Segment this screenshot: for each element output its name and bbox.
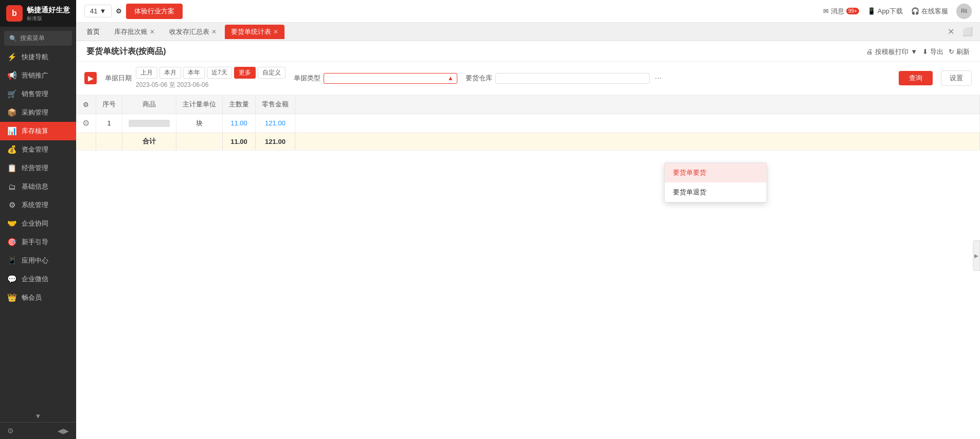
col-goods: 商品 [122, 95, 176, 114]
dropdown-item-order-return[interactable]: 要货单退货 [665, 182, 767, 202]
tab-home[interactable]: 首页 [80, 25, 106, 39]
warehouse-input[interactable] [499, 75, 646, 82]
more-dates-btn[interactable]: 更多 [234, 67, 256, 79]
tab-receive-summary[interactable]: 收发存汇总表✕ [163, 25, 223, 39]
type-input[interactable] [327, 75, 448, 82]
store-name: 41 [90, 7, 97, 15]
close-tab-receive-summary[interactable]: ✕ [211, 28, 217, 35]
app-download-label: App下载 [878, 7, 903, 16]
sidebar-item-purchase[interactable]: 📦采购管理 [0, 103, 76, 122]
sidebar-item-label-app-center: 应用中心 [22, 256, 48, 265]
store-selector[interactable]: 41 ▼ [84, 5, 112, 17]
search-menu-label: 搜索菜单 [20, 34, 45, 43]
print-btn[interactable]: 🖨 按模板打印 ▼ [866, 47, 917, 57]
sidebar-item-sales[interactable]: 🛒销售管理 [0, 85, 76, 103]
operations-icon: 📋 [7, 163, 16, 173]
sidebar-item-finance[interactable]: 💰资金管理 [0, 140, 76, 159]
sidebar-item-basic-info[interactable]: 🗂基础信息 [0, 177, 76, 196]
settings-icon[interactable]: ⚙ [7, 427, 14, 435]
page-header: 要货单统计表(按商品) 🖨 按模板打印 ▼ ⬇ 导出 ↻ 刷新 [76, 41, 980, 62]
close-tab-order-stats[interactable]: ✕ [273, 28, 278, 35]
sidebar-item-enterprise-coop[interactable]: 🤝企业协同 [0, 214, 76, 233]
sidebar-item-label-quick-nav: 快捷导航 [22, 52, 48, 62]
type-chevron-up-icon[interactable]: ▲ [448, 75, 454, 82]
avatar-text: Rit [956, 4, 972, 19]
settings-gear-icon[interactable]: ⚙ [116, 7, 122, 15]
last-7-days-btn[interactable]: 近7天 [207, 67, 232, 79]
sidebar: b 畅捷通好生意 标准版 🔍 搜索菜单 ⚡快捷导航📢营销推广🛒销售管理📦采购管理… [0, 0, 76, 439]
warehouse-filter-group: 要货仓库 ··· [466, 73, 890, 84]
sidebar-item-marketing[interactable]: 📢营销推广 [0, 66, 76, 85]
cell-seq-0: 1 [96, 114, 122, 133]
page-content: 要货单统计表(按商品) 🖨 按模板打印 ▼ ⬇ 导出 ↻ 刷新 ▶ [76, 41, 980, 439]
table-header-row: ⚙ 序号 商品 主计量单位 主数量 零售金额 [76, 95, 980, 114]
user-avatar[interactable]: Rit [956, 4, 972, 19]
sidebar-scroll-down[interactable]: ▼ [0, 410, 76, 422]
sidebar-item-label-inventory: 库存核算 [22, 126, 48, 136]
trial-btn[interactable]: 体验行业方案 [126, 4, 183, 19]
table-footer-row: 合计 11.00 121.00 [76, 133, 980, 151]
dropdown-item-order-goods[interactable]: 要货单要货 [665, 163, 767, 182]
print-icon: 🖨 [866, 48, 873, 56]
topbar-right: ✉ 消息 99+ 📱 App下载 🎧 在线客服 Rit [823, 4, 972, 19]
online-service-btn[interactable]: 🎧 在线客服 [911, 7, 948, 16]
query-btn[interactable]: 查询 [899, 71, 933, 85]
sidebar-item-newbie[interactable]: 🎯新手引导 [0, 233, 76, 251]
tab-order-stats[interactable]: 要货单统计表✕ [225, 25, 284, 39]
page-actions: 🖨 按模板打印 ▼ ⬇ 导出 ↻ 刷新 [866, 47, 970, 57]
this-month-btn[interactable]: 本月 [159, 67, 181, 79]
sidebar-item-enterprise-wechat[interactable]: 💬企业微信 [0, 270, 76, 288]
tab-label-order-stats: 要货单统计表 [231, 27, 271, 36]
right-collapse-btn[interactable]: ▶ [973, 240, 980, 271]
cell-extra-0 [295, 114, 980, 133]
footer-unit-cell [176, 133, 223, 151]
cell-settings-0[interactable]: ⚙ [76, 114, 96, 133]
print-expand-icon: ▼ [911, 48, 917, 56]
col-extra [295, 95, 980, 114]
this-year-btn[interactable]: 本年 [183, 67, 205, 79]
sidebar-item-system[interactable]: ⚙系统管理 [0, 196, 76, 214]
sales-icon: 🛒 [7, 89, 16, 99]
page-title: 要货单统计表(按商品) [86, 46, 166, 57]
tab-inventory-batch[interactable]: 库存批次账✕ [108, 25, 161, 39]
sidebar-item-quick-nav[interactable]: ⚡快捷导航 [0, 48, 76, 66]
cell-quantity-0: 11.00 [223, 114, 256, 133]
cell-goods-0 [122, 114, 176, 133]
col-unit: 主计量单位 [176, 95, 223, 114]
inventory-icon: 📊 [7, 126, 16, 136]
close-tab-icon[interactable]: ✕ [945, 26, 957, 38]
last-month-btn[interactable]: 上月 [136, 67, 157, 79]
print-label: 按模板打印 [875, 47, 908, 57]
sidebar-item-label-enterprise-coop: 企业协同 [22, 219, 48, 228]
sidebar-item-member[interactable]: 👑畅会员 [0, 288, 76, 307]
messages-label: 消息 [831, 7, 844, 16]
online-service-label: 在线客服 [921, 7, 948, 16]
search-menu-btn[interactable]: 🔍 搜索菜单 [4, 31, 72, 46]
footer-retail-cell: 121.00 [256, 133, 295, 151]
app-download-btn[interactable]: 📱 App下载 [867, 7, 903, 16]
member-icon: 👑 [7, 293, 16, 302]
col-settings[interactable]: ⚙ [76, 95, 96, 114]
custom-date-btn[interactable]: 自定义 [258, 67, 286, 79]
messages-btn[interactable]: ✉ 消息 99+ [823, 7, 859, 16]
table-settings-btn[interactable]: 设置 [941, 70, 972, 86]
collapse-icon[interactable]: ◀▶ [58, 427, 69, 435]
enterprise-wechat-icon: 💬 [7, 275, 16, 284]
close-tab-inventory-batch[interactable]: ✕ [150, 28, 155, 35]
messages-badge: 99+ [846, 8, 859, 14]
marketing-icon: 📢 [7, 71, 16, 80]
sidebar-item-label-finance: 资金管理 [22, 145, 48, 154]
export-btn[interactable]: ⬇ 导出 [922, 47, 943, 57]
type-input-wrap: ▲ [324, 73, 457, 84]
more-filters-btn[interactable]: ··· [655, 74, 662, 83]
restore-tab-icon[interactable]: ⬜ [959, 26, 976, 38]
sidebar-item-operations[interactable]: 📋经营管理 [0, 159, 76, 177]
app-logo-icon: b [6, 5, 23, 22]
filter-expand-btn[interactable]: ▶ [84, 72, 97, 84]
refresh-btn[interactable]: ↻ 刷新 [949, 47, 970, 57]
sidebar-item-inventory[interactable]: 📊库存核算 [0, 122, 76, 140]
sidebar-item-app-center[interactable]: 📱应用中心 [0, 251, 76, 270]
app-center-icon: 📱 [7, 256, 16, 265]
footer-extra-cell [295, 133, 980, 151]
table-row: ⚙ 1 块 11.00 121.00 [76, 114, 980, 133]
